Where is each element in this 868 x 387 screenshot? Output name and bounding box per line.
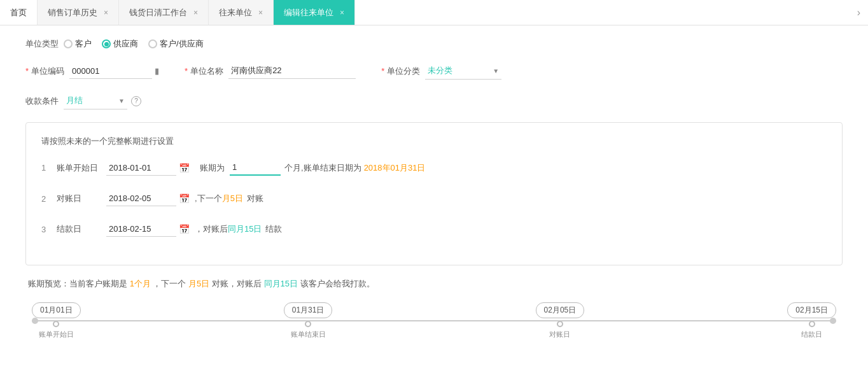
timeline-node-3-dot	[557, 321, 563, 327]
unit-category-group: * 单位分类 未分类 ▼	[381, 62, 501, 80]
preview-label: 账期预览：当前客户账期是	[28, 279, 127, 288]
row-1-number: 1	[41, 163, 57, 172]
row-3-cal-icon[interactable]: 📅	[179, 224, 190, 234]
payment-condition-label: 收款条件	[25, 95, 59, 107]
unit-code-label: 单位编码	[31, 66, 64, 77]
unit-type-row: 单位类型 客户 供应商 客户/供应商	[25, 38, 843, 50]
unit-category-value: 未分类	[428, 65, 490, 76]
row-3-suffix-post: 结款	[265, 223, 282, 235]
radio-supplier-label: 供应商	[113, 38, 138, 50]
row-2-number: 2	[41, 194, 57, 204]
tab-partner-close[interactable]: ×	[258, 8, 263, 17]
radio-supplier[interactable]: 供应商	[102, 38, 138, 50]
payment-condition-select[interactable]: 月结 ▼	[64, 92, 127, 109]
unit-name-input[interactable]	[228, 64, 356, 79]
tab-cash-work-label: 钱货日清工作台	[129, 7, 187, 18]
unit-code-input[interactable]	[69, 64, 152, 79]
tab-edit-partner-close[interactable]: ×	[340, 8, 344, 17]
tab-home-label: 首页	[10, 7, 27, 18]
unit-code-icon[interactable]: ▮	[155, 66, 159, 76]
radio-customer-circle	[64, 39, 73, 48]
tab-sales-history-close[interactable]: ×	[104, 8, 108, 17]
unit-category-arrow: ▼	[493, 67, 499, 74]
row-3-label: 结款日	[57, 223, 101, 235]
tab-cash-work[interactable]: 钱货日清工作台 ×	[119, 0, 209, 25]
row-2-label: 对账日	[57, 193, 101, 204]
row-1-end-date: 2018年01月31日	[364, 162, 426, 174]
row-2-date-input[interactable]	[106, 191, 176, 206]
tab-expand-button[interactable]: ›	[850, 0, 868, 25]
payment-condition-arrow: ▼	[118, 97, 125, 104]
row-2-cal-icon[interactable]: 📅	[179, 194, 190, 204]
preview-mid1: ，下一个	[153, 279, 186, 288]
tab-edit-partner[interactable]: 编辑往来单位 ×	[274, 0, 355, 25]
unit-type-radio-group: 客户 供应商 客户/供应商	[64, 38, 204, 50]
preview-part3: 同月15日	[264, 279, 298, 288]
tab-home[interactable]: 首页	[0, 0, 38, 25]
row-1-period-label: 账期为	[200, 162, 225, 174]
timeline-node-4-label: 结款日	[801, 330, 822, 339]
payment-condition-value: 月结	[66, 95, 116, 106]
timeline-dot-left	[32, 318, 38, 324]
preview-part2: 月5日	[188, 279, 209, 288]
radio-customer-supplier-circle	[148, 39, 157, 48]
preview-part1: 1个月	[130, 279, 151, 288]
row-3-suffix-pre: ，对账后	[195, 223, 228, 235]
data-row-1: 1 账单开始日 📅 账期为 个月,账单结束日期为 2018年01月31日	[41, 160, 827, 176]
row-3-highlight: 同月15日	[228, 223, 262, 235]
timeline-node-3-date: 02月05日	[536, 302, 585, 318]
row-1-period-input[interactable]	[230, 160, 281, 176]
row-1-period-unit: 个月,账单结束日期为	[284, 162, 361, 174]
row-3-date-input[interactable]	[106, 222, 176, 237]
tab-partner[interactable]: 往来单位 ×	[209, 0, 274, 25]
radio-customer[interactable]: 客户	[64, 38, 92, 50]
preview-end: 该客户会给我打款。	[300, 279, 375, 288]
unit-name-label: 单位名称	[190, 66, 223, 77]
tab-cash-work-close[interactable]: ×	[193, 8, 198, 17]
preview-mid2: 对账，对账后	[212, 279, 262, 288]
unit-type-group: 单位类型 客户 供应商 客户/供应商	[25, 38, 204, 50]
tab-partner-label: 往来单位	[219, 7, 252, 18]
section-box: 请按照未来的一个完整帐期进行设置 1 账单开始日 📅 账期为 个月,账单结束日期…	[25, 122, 843, 265]
unit-category-label: 单位分类	[387, 66, 420, 77]
data-row-3: 3 结款日 📅 ，对账后 同月15日 结款	[41, 222, 827, 237]
tab-bar: 首页 销售订单历史 × 钱货日清工作台 × 往来单位 × 编辑往来单位 × ›	[0, 0, 868, 25]
timeline-node-2-date: 01月31日	[284, 302, 333, 318]
row-1-label: 账单开始日	[57, 162, 101, 174]
timeline-container: 01月01日 账单开始日 01月31日 账单结束日 02月05日 对账日 02月…	[25, 302, 843, 339]
timeline-node-1-label: 账单开始日	[39, 330, 74, 339]
timeline-node-1-date: 01月01日	[32, 302, 81, 318]
tab-sales-history[interactable]: 销售订单历史 ×	[38, 0, 119, 25]
unit-code-group: * 单位编码 ▮	[25, 64, 159, 79]
radio-customer-label: 客户	[75, 38, 92, 50]
timeline-line	[32, 320, 836, 321]
timeline-node-2-label: 账单结束日	[291, 330, 326, 339]
row-2-suffix-pre: ,下一个	[195, 193, 222, 204]
unit-code-star: *	[25, 66, 29, 76]
unit-category-select[interactable]: 未分类 ▼	[425, 62, 501, 80]
payment-condition-row: 收款条件 月结 ▼ ?	[25, 92, 843, 109]
section-title: 请按照未来的一个完整帐期进行设置	[41, 136, 827, 147]
preview-text: 账期预览：当前客户账期是 1个月 ，下一个 月5日 对账，对账后 同月15日 该…	[25, 278, 843, 290]
help-icon[interactable]: ?	[131, 96, 141, 106]
radio-supplier-circle	[102, 39, 111, 48]
row-2-highlight: 月5日	[222, 193, 243, 204]
row-1-date-input[interactable]	[106, 160, 176, 176]
row-1-cal-icon[interactable]: 📅	[179, 163, 190, 173]
tab-sales-history-label: 销售订单历史	[48, 7, 97, 18]
row-3-number: 3	[41, 225, 57, 234]
timeline-node-1-dot	[53, 321, 59, 327]
timeline-node-2-dot	[305, 321, 311, 327]
timeline-node-4-dot	[809, 321, 815, 327]
data-row-2: 2 对账日 📅 ,下一个 月5日 对账	[41, 191, 827, 206]
timeline-node-3-label: 对账日	[549, 330, 570, 339]
payment-condition-group: 收款条件 月结 ▼ ?	[25, 92, 141, 109]
unit-info-row: * 单位编码 ▮ * 单位名称 * 单位分类 未分类 ▼	[25, 62, 843, 80]
unit-name-star: *	[185, 66, 188, 76]
unit-name-group: * 单位名称	[185, 64, 356, 79]
unit-type-label: 单位类型	[25, 38, 59, 50]
radio-customer-supplier-label: 客户/供应商	[160, 38, 204, 50]
tab-edit-partner-label: 编辑往来单位	[284, 7, 333, 18]
radio-customer-supplier[interactable]: 客户/供应商	[148, 38, 204, 50]
timeline-dot-right	[830, 318, 836, 324]
